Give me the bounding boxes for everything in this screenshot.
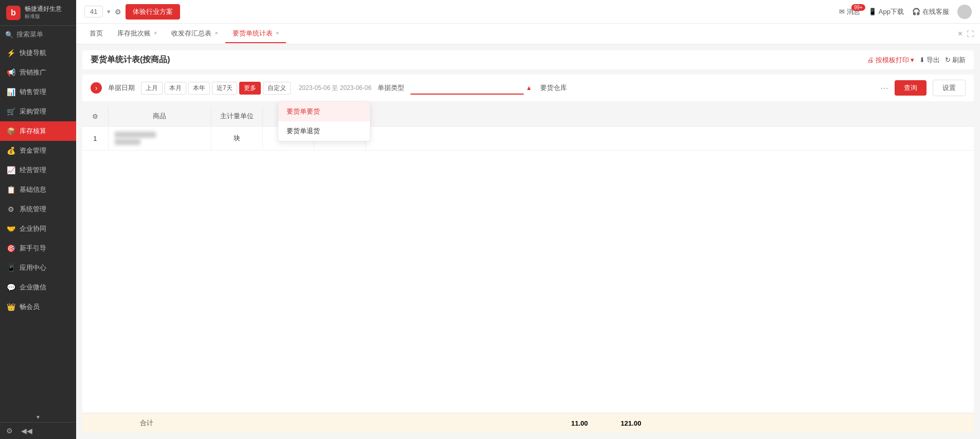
topbar-gear-icon[interactable]: ⚙ xyxy=(115,8,121,16)
finance-icon: 💰 xyxy=(6,146,15,155)
tab-home-label: 首页 xyxy=(90,29,103,38)
sidebar-items: ⚡ 快捷导航 📢 营销推广 📊 销售管理 🛒 采购管理 📦 库存核算 💰 资金管… xyxy=(0,43,76,412)
query-button[interactable]: 查询 xyxy=(895,80,926,96)
tab-inventory-batch-close[interactable]: × xyxy=(154,30,157,36)
footer-label: 合计 xyxy=(114,418,243,428)
sidebar-item-purchase[interactable]: 🛒 采购管理 xyxy=(0,102,76,121)
sidebar-item-search[interactable]: 🔍 搜索菜单 xyxy=(0,26,76,43)
basic-info-icon: 📋 xyxy=(6,185,15,194)
guide-icon: 🎯 xyxy=(6,244,15,253)
product-cell xyxy=(115,132,205,145)
export-label: 导出 xyxy=(926,56,940,65)
tab-order-stats[interactable]: 要货单统计表 × xyxy=(225,25,286,43)
btn-last-month[interactable]: 上月 xyxy=(141,82,163,95)
tab-home[interactable]: 首页 xyxy=(82,25,110,43)
filter-bar: › 单据日期 上月 本月 本年 近7天 更多 自定义 2023-05-06 至 … xyxy=(82,75,974,101)
btn-last-7-days[interactable]: 近7天 xyxy=(212,82,237,95)
table-container: ⚙ 商品 主计量单位 主数量 零售金额 1 xyxy=(82,106,974,433)
print-button[interactable]: 🖨 按模板打印 ▾ xyxy=(867,56,914,65)
type-select: ▲ xyxy=(411,82,534,95)
sidebar-item-label: 企业微信 xyxy=(20,283,46,292)
online-service-button[interactable]: 🎧 在线客服 xyxy=(912,7,949,16)
refresh-button[interactable]: ↻ 刷新 xyxy=(945,56,966,65)
app-center-icon: 📱 xyxy=(6,263,15,272)
tabs-bar: 首页 库存批次账 × 收发存汇总表 × 要货单统计表 × × ⛶ xyxy=(76,24,980,44)
cell-product xyxy=(108,126,211,151)
type-input[interactable] xyxy=(411,82,524,95)
cell-seq: 1 xyxy=(82,126,108,151)
marketing-icon: 📢 xyxy=(6,68,15,77)
footer-qty: 11.00 xyxy=(554,419,605,427)
online-service-label: 在线客服 xyxy=(922,7,949,16)
sidebar-scroll-down[interactable]: ▼ xyxy=(0,412,76,422)
tab-inventory-batch[interactable]: 库存批次账 × xyxy=(110,25,164,43)
btn-more-dates[interactable]: 更多 xyxy=(239,82,261,95)
topbar-left: 41 ▾ ⚙ 体验行业方案 xyxy=(84,4,180,20)
sidebar-item-system[interactable]: ⚙ 系统管理 xyxy=(0,199,76,219)
data-table: ⚙ 商品 主计量单位 主数量 零售金额 1 xyxy=(82,106,974,151)
sidebar-item-finance[interactable]: 💰 资金管理 xyxy=(0,141,76,160)
type-arrow-icon[interactable]: ▲ xyxy=(524,82,534,94)
collapse-icon[interactable]: ◀◀ xyxy=(21,427,32,435)
sidebar-item-member[interactable]: 👑 畅会员 xyxy=(0,297,76,317)
tab-stock-summary[interactable]: 收发存汇总表 × xyxy=(164,25,225,43)
sidebar-item-operations[interactable]: 📈 经营管理 xyxy=(0,160,76,180)
sidebar-item-wechat[interactable]: 💬 企业微信 xyxy=(0,278,76,297)
tabs-actions: × ⛶ xyxy=(958,29,974,39)
print-chevron-icon: ▾ xyxy=(911,56,914,64)
system-icon: ⚙ xyxy=(6,205,15,214)
tab-order-stats-label: 要货单统计表 xyxy=(233,29,273,38)
product-code-blur xyxy=(115,139,140,145)
sidebar-item-quick-nav[interactable]: ⚡ 快捷导航 xyxy=(0,43,76,63)
print-label: 按模板打印 xyxy=(876,56,909,65)
tab-stock-summary-close[interactable]: × xyxy=(215,30,218,36)
sidebar-item-label: 企业协同 xyxy=(20,224,46,233)
wechat-icon: 💬 xyxy=(6,283,15,292)
column-settings-header[interactable]: ⚙ xyxy=(82,106,108,126)
main-content: 41 ▾ ⚙ 体验行业方案 ✉ 消息 99+ 📱 App下载 🎧 在线客服 首 xyxy=(76,0,980,439)
sidebar-item-guide[interactable]: 🎯 新手引导 xyxy=(0,239,76,258)
member-icon: 👑 xyxy=(6,302,15,312)
page-title: 要货单统计表(按商品) xyxy=(91,54,170,65)
sidebar-item-label: 采购管理 xyxy=(20,107,46,116)
filter-more-icon[interactable]: ⋯ xyxy=(880,83,888,93)
dropdown-item-return[interactable]: 要货单退货 xyxy=(278,121,370,141)
cell-unit: 块 xyxy=(211,126,262,151)
trial-button[interactable]: 体验行业方案 xyxy=(126,4,180,20)
btn-this-year[interactable]: 本年 xyxy=(188,82,210,95)
export-button[interactable]: ⬇ 导出 xyxy=(919,56,940,65)
quick-nav-icon: ⚡ xyxy=(6,48,15,58)
printer-icon: 🖨 xyxy=(867,56,874,64)
edition-label: 标准版 xyxy=(25,13,62,20)
page-header: 要货单统计表(按商品) 🖨 按模板打印 ▾ ⬇ 导出 ↻ 刷新 xyxy=(82,50,974,69)
sidebar-item-inventory[interactable]: 📦 库存核算 xyxy=(0,121,76,141)
tab-order-stats-close[interactable]: × xyxy=(276,30,279,36)
chevron-down-icon[interactable]: ▾ xyxy=(107,8,111,15)
sidebar-item-marketing[interactable]: 📢 营销推广 xyxy=(0,63,76,82)
column-product-header: 商品 xyxy=(108,106,211,126)
sidebar-item-enterprise[interactable]: 🤝 企业协同 xyxy=(0,219,76,239)
sales-icon: 📊 xyxy=(6,87,15,97)
filter-expand-button[interactable]: › xyxy=(91,82,102,94)
expand-icon[interactable]: ⛶ xyxy=(967,30,974,38)
column-extra-header xyxy=(365,106,974,126)
user-avatar[interactable] xyxy=(957,5,972,19)
sidebar-item-label: 快捷导航 xyxy=(20,48,46,58)
btn-custom-date[interactable]: 自定义 xyxy=(263,82,291,95)
dropdown-item-requisition[interactable]: 要货单要货 xyxy=(278,102,370,121)
table-footer: 合计 11.00 121.00 xyxy=(82,413,974,433)
table-header-row: ⚙ 商品 主计量单位 主数量 零售金额 xyxy=(82,106,974,126)
settings-icon[interactable]: ⚙ xyxy=(6,427,13,435)
sidebar-item-app-center[interactable]: 📱 应用中心 xyxy=(0,258,76,278)
close-all-tabs-icon[interactable]: × xyxy=(958,29,963,39)
sidebar-item-sales[interactable]: 📊 销售管理 xyxy=(0,82,76,102)
settings-button[interactable]: 设置 xyxy=(933,80,966,96)
app-download-button[interactable]: 📱 App下载 xyxy=(868,7,904,16)
logo-icon: b xyxy=(6,6,21,20)
sidebar-item-label: 资金管理 xyxy=(20,146,46,155)
btn-current-month[interactable]: 本月 xyxy=(165,82,186,95)
sidebar-item-basic-info[interactable]: 📋 基础信息 xyxy=(0,180,76,199)
messages-button[interactable]: ✉ 消息 99+ xyxy=(839,7,860,16)
app-download-label: App下载 xyxy=(879,7,904,16)
date-range-label: 2023-05-06 至 2023-06-06 xyxy=(299,84,371,93)
